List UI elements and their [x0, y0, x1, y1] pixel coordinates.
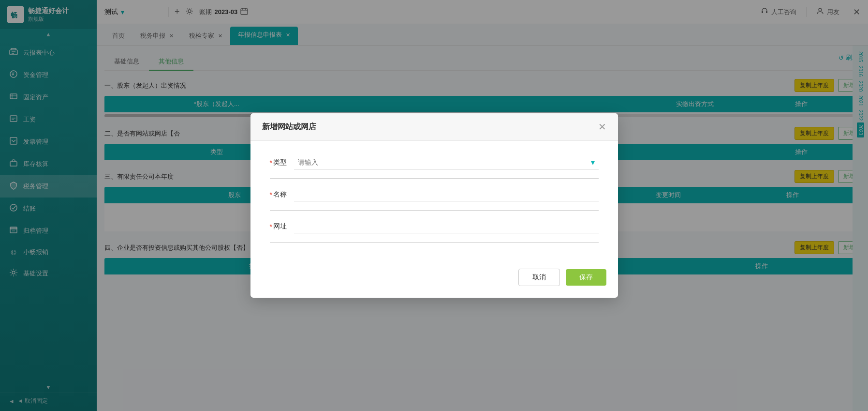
url-label: * 网址	[270, 222, 294, 231]
add-website-modal: 新增网站或网店 ✕ * 类型 ▾ * 名称	[250, 113, 618, 298]
modal-close-button[interactable]: ✕	[598, 121, 606, 133]
type-input[interactable]	[294, 155, 599, 169]
name-input[interactable]	[294, 187, 599, 201]
modal-header: 新增网站或网店 ✕	[250, 113, 618, 141]
modal-overlay: 新增网站或网店 ✕ * 类型 ▾ * 名称	[0, 0, 868, 411]
type-label: * 类型	[270, 158, 294, 167]
modal-title: 新增网站或网店	[262, 122, 316, 132]
form-row-url: * 网址	[270, 219, 599, 233]
type-dropdown-icon[interactable]: ▾	[591, 158, 595, 167]
type-select-wrapper: ▾	[294, 155, 599, 169]
form-row-type: * 类型 ▾	[270, 155, 599, 169]
modal-footer: 取消 保存	[250, 261, 618, 298]
modal-cancel-button[interactable]: 取消	[518, 269, 560, 286]
name-label: * 名称	[270, 190, 294, 199]
modal-body: * 类型 ▾ * 名称 *	[250, 141, 618, 261]
url-input[interactable]	[294, 219, 599, 233]
form-row-name: * 名称	[270, 187, 599, 201]
modal-save-button[interactable]: 保存	[566, 269, 606, 286]
